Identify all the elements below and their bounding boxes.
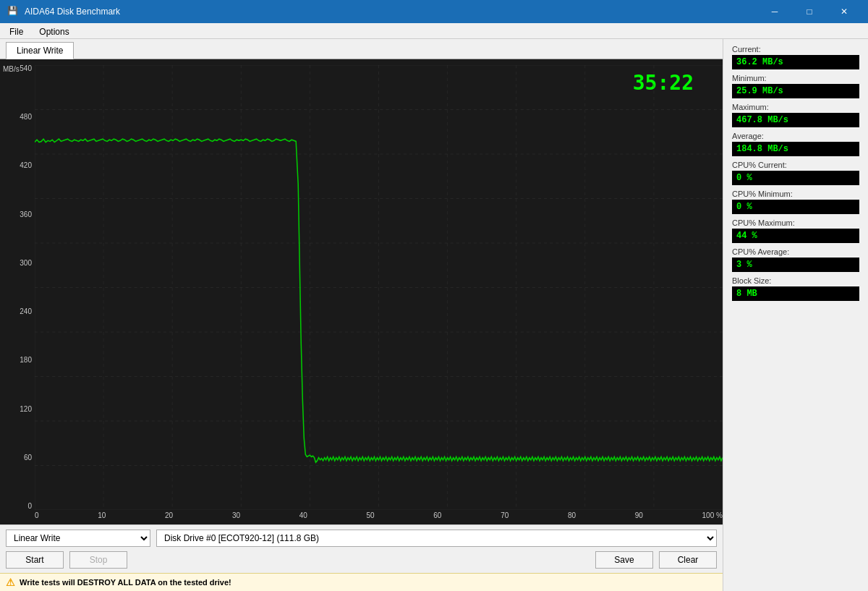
- close-button[interactable]: ✕: [827, 4, 861, 19]
- stat-cpu-average: CPU% Average: 3 %: [732, 247, 859, 272]
- warning-icon: ⚠: [6, 577, 15, 588]
- title-bar-title: AIDA64 Disk Benchmark: [25, 7, 120, 17]
- y-label-300: 300: [3, 260, 32, 267]
- save-button[interactable]: Save: [595, 551, 653, 569]
- x-label-40: 40: [299, 511, 307, 524]
- y-label-120: 120: [3, 406, 32, 413]
- title-bar: 💾 AIDA64 Disk Benchmark ─ □ ✕: [0, 0, 868, 23]
- stat-maximum-value: 467.8 MB/s: [732, 113, 859, 127]
- stat-average-label: Average:: [732, 132, 859, 140]
- y-label-240: 240: [3, 308, 32, 315]
- x-label-0: 0: [35, 511, 39, 524]
- chart-canvas: [35, 65, 723, 510]
- start-button[interactable]: Start: [6, 551, 64, 569]
- bottom-controls: Linear Write Linear Read Random Write Ra…: [0, 524, 723, 573]
- stat-minimum-value: 25.9 MB/s: [732, 84, 859, 98]
- stat-block-size-label: Block Size:: [732, 276, 859, 285]
- disk-select-dropdown[interactable]: Disk Drive #0 [ECOT920-12] (111.8 GB): [156, 530, 717, 547]
- stat-cpu-maximum-value: 44 %: [732, 229, 859, 243]
- stat-block-size: Block Size: 8 MB: [732, 276, 859, 301]
- stat-maximum: Maximum: 467.8 MB/s: [732, 103, 859, 127]
- clear-button[interactable]: Clear: [659, 551, 717, 569]
- test-type-dropdown[interactable]: Linear Write Linear Read Random Write Ra…: [6, 530, 150, 547]
- stat-minimum: Minimum: 25.9 MB/s: [732, 74, 859, 98]
- menu-file[interactable]: File: [3, 25, 30, 37]
- stat-cpu-maximum: CPU% Maximum: 44 %: [732, 218, 859, 243]
- x-label-30: 30: [232, 511, 240, 524]
- right-panel: Current: 36.2 MB/s Minimum: 25.9 MB/s Ma…: [723, 39, 868, 591]
- stat-cpu-current-value: 0 %: [732, 171, 859, 185]
- left-panel: Linear Write MB/s 0 60 120 180 240 300 3…: [0, 39, 723, 591]
- stat-current-label: Current:: [732, 45, 859, 54]
- chart-area: MB/s 0 60 120 180 240 300 360 420 480 54…: [0, 59, 723, 524]
- control-row1: Linear Write Linear Read Random Write Ra…: [6, 530, 717, 547]
- stat-average: Average: 184.8 MB/s: [732, 132, 859, 156]
- x-label-100: 100 %: [702, 511, 723, 524]
- stat-cpu-average-label: CPU% Average:: [732, 247, 859, 256]
- y-label-480: 480: [3, 114, 32, 121]
- y-label-60: 60: [3, 454, 32, 462]
- x-label-20: 20: [165, 511, 173, 524]
- chart-svg: [35, 65, 723, 510]
- minimize-button[interactable]: ─: [758, 4, 791, 19]
- stat-cpu-minimum-value: 0 %: [732, 200, 859, 214]
- y-label-0: 0: [3, 503, 32, 510]
- tab-linear-write[interactable]: Linear Write: [6, 42, 74, 59]
- x-label-70: 70: [501, 511, 509, 524]
- x-label-80: 80: [568, 511, 576, 524]
- tab-bar: Linear Write: [0, 39, 723, 59]
- app-icon: 💾: [7, 6, 19, 17]
- maximize-button[interactable]: □: [793, 4, 826, 19]
- main-content: Linear Write MB/s 0 60 120 180 240 300 3…: [0, 39, 868, 591]
- x-label-60: 60: [433, 511, 441, 524]
- stat-block-size-value: 8 MB: [732, 286, 859, 301]
- warning-row: ⚠ Write tests will DESTROY ALL DATA on t…: [0, 573, 723, 591]
- stat-cpu-minimum: CPU% Minimum: 0 %: [732, 190, 859, 214]
- title-bar-controls: ─ □ ✕: [758, 4, 861, 19]
- stop-button[interactable]: Stop: [69, 551, 127, 569]
- x-axis: 0 10 20 30 40 50 60 70 80 90 100 %: [35, 510, 723, 524]
- y-label-540: 540: [3, 65, 32, 72]
- stat-maximum-label: Maximum:: [732, 103, 859, 111]
- stat-current: Current: 36.2 MB/s: [732, 45, 859, 69]
- y-label-420: 420: [3, 162, 32, 169]
- y-axis: 0 60 120 180 240 300 360 420 480 540: [0, 65, 35, 510]
- stat-cpu-maximum-label: CPU% Maximum:: [732, 218, 859, 227]
- stat-cpu-minimum-label: CPU% Minimum:: [732, 190, 859, 198]
- menu-bar: File Options: [0, 23, 868, 39]
- stat-cpu-current: CPU% Current: 0 %: [732, 161, 859, 185]
- stat-average-value: 184.8 MB/s: [732, 142, 859, 156]
- stat-cpu-average-value: 3 %: [732, 258, 859, 272]
- stat-cpu-current-label: CPU% Current:: [732, 161, 859, 169]
- y-label-180: 180: [3, 357, 32, 364]
- x-label-10: 10: [98, 511, 106, 524]
- y-label-360: 360: [3, 211, 32, 218]
- stat-minimum-label: Minimum:: [732, 74, 859, 82]
- x-label-50: 50: [367, 511, 375, 524]
- title-bar-left: 💾 AIDA64 Disk Benchmark: [7, 6, 120, 17]
- x-label-90: 90: [635, 511, 643, 524]
- menu-options[interactable]: Options: [33, 25, 75, 37]
- control-row2: Start Stop Save Clear: [6, 551, 717, 569]
- warning-text: Write tests will DESTROY ALL DATA on the…: [20, 578, 231, 587]
- stat-current-value: 36.2 MB/s: [732, 55, 859, 69]
